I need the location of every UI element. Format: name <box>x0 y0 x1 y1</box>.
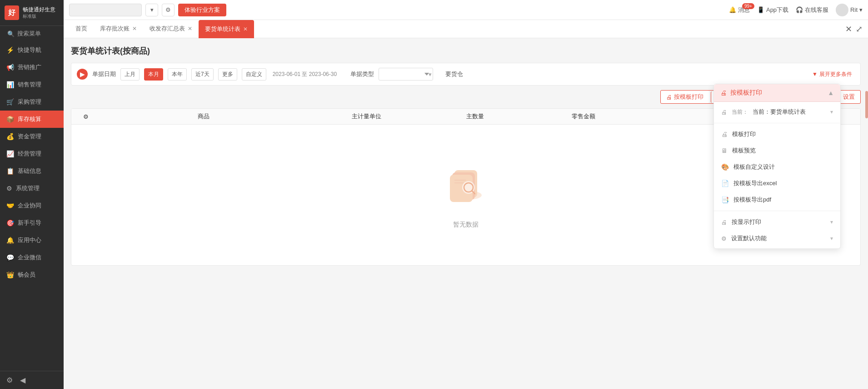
search-menu[interactable]: 🔍 搜索菜单 <box>0 26 64 41</box>
search-icon: 🔍 <box>7 30 15 37</box>
trial-btn[interactable]: 体验行业方案 <box>178 4 226 16</box>
sidebar-item-inventory[interactable]: 📦 库存核算 <box>0 111 64 128</box>
sidebar-item-label: 采购管理 <box>18 98 41 106</box>
col-retail-amount: 零售金额 <box>529 112 638 121</box>
sales-icon: 📊 <box>6 81 14 88</box>
sidebar-item-collab[interactable]: 🤝 企业协同 <box>0 197 64 214</box>
default-func-btn[interactable]: ⚙ 设置默认功能 ▾ <box>714 230 840 247</box>
sidebar-item-label: 系统管理 <box>16 184 40 192</box>
col-goods: 商品 <box>95 112 312 121</box>
app-download-btn[interactable]: 📱 App下载 <box>757 6 788 14</box>
warehouse-filter-label: 要货仓 <box>445 70 463 78</box>
print-dropdown-close-btn[interactable]: ▲ <box>828 89 834 96</box>
tab-order-stats[interactable]: 要货单统计表 ✕ <box>199 20 254 38</box>
print-current-template-btn[interactable]: 🖨 当前： 当前：要货单统计表 ▾ <box>714 104 840 120</box>
current-template-arrow: ▾ <box>830 109 833 115</box>
print-template-btn[interactable]: 🖨 按模板打印 <box>661 91 709 103</box>
date-btn-this-month[interactable]: 本月 <box>144 68 163 81</box>
date-btn-custom[interactable]: 自定义 <box>242 68 266 81</box>
app-name: 畅捷通好生意 <box>23 6 55 14</box>
inventory-icon: 📦 <box>6 116 14 123</box>
print-header-icon: 🖨 <box>720 89 727 96</box>
template-design-icon: 🎨 <box>721 163 729 171</box>
template-export-excel-btn[interactable]: 📄 按模板导出excel <box>714 175 840 192</box>
date-btn-last-month[interactable]: 上月 <box>120 68 140 81</box>
topbar-right: 🔔 消息 99+ 📱 App下载 🎧 在线客服 Rit ▾ <box>729 4 863 16</box>
date-btn-7days[interactable]: 近7天 <box>191 68 214 81</box>
sidebar-item-member[interactable]: 👑 畅会员 <box>0 266 64 283</box>
template-design-btn[interactable]: 🎨 模板自定义设计 <box>714 159 840 175</box>
filter-toggle-btn[interactable]: ▶ <box>77 69 88 80</box>
default-func-icon: ⚙ <box>721 235 727 242</box>
guide-icon: 🎯 <box>6 219 14 227</box>
right-scrollbar[interactable] <box>865 91 868 118</box>
sidebar-item-marketing[interactable]: 📢 营销推广 <box>0 59 64 76</box>
sidebar-item-label: 畅会员 <box>18 271 35 279</box>
sidebar-item-basic[interactable]: 📋 基础信息 <box>0 162 64 180</box>
sidebar-item-wechat[interactable]: 💬 企业微信 <box>0 249 64 266</box>
tab-close-all-btn[interactable]: ✕ <box>845 24 852 34</box>
tab-maximize-btn[interactable]: ⤢ <box>856 24 863 34</box>
quick-nav-icon: ⚡ <box>6 46 14 54</box>
template-print-icon: 🖨 <box>721 131 728 138</box>
display-print-btn[interactable]: 🖨 按显示打印 ▾ <box>714 214 840 230</box>
app-name-block: 畅捷通好生意 标准版 <box>23 6 55 20</box>
tab-receipt-summary[interactable]: 收发存汇总表 ✕ <box>143 20 199 38</box>
sidebar-item-label: 快捷导航 <box>18 46 41 54</box>
template-export-pdf-btn[interactable]: 📑 按模板导出pdf <box>714 192 840 208</box>
sidebar-item-label: 经营管理 <box>18 150 41 158</box>
sidebar: 好 畅捷通好生意 标准版 🔍 搜索菜单 ⚡ 快捷导航 📢 营销推广 📊 销售管理… <box>0 0 64 389</box>
expand-filter-btn[interactable]: ▼ 展开更多条件 <box>809 70 855 79</box>
template-print-btn[interactable]: 🖨 模板打印 <box>714 126 840 142</box>
topbar-dropdown-btn[interactable]: ▾ <box>145 4 158 16</box>
sidebar-item-guide[interactable]: 🎯 新手引导 <box>0 214 64 232</box>
display-print-icon: 🖨 <box>721 219 727 226</box>
tabs-bar: 首页 库存批次账 ✕ 收发存汇总表 ✕ 要货单统计表 ✕ ✕ ⤢ <box>64 20 868 38</box>
sidebar-item-system[interactable]: ⚙ 系统管理 <box>0 180 64 197</box>
type-filter-label: 单据类型 <box>350 70 374 78</box>
app-version: 标准版 <box>23 13 55 20</box>
sidebar-collapse-btn[interactable]: ◀ <box>20 376 25 384</box>
appstore-icon: 🔔 <box>6 237 14 244</box>
notifications-btn[interactable]: 🔔 消息 99+ <box>729 6 750 14</box>
main-area: ▾ ⚙ 体验行业方案 🔔 消息 99+ 📱 App下载 🎧 在线客服 Rit ▾ <box>64 0 868 389</box>
tab-receipt-summary-label: 收发存汇总表 <box>150 25 185 33</box>
expand-label: 展开更多条件 <box>819 71 852 78</box>
topbar-search-input[interactable] <box>69 4 142 16</box>
tab-batch-account[interactable]: 库存批次账 ✕ <box>94 20 143 38</box>
purchase-icon: 🛒 <box>6 98 14 106</box>
sidebar-item-quick-nav[interactable]: ⚡ 快捷导航 <box>0 41 64 59</box>
tab-receipt-summary-close[interactable]: ✕ <box>188 25 192 32</box>
divider-2 <box>714 211 840 211</box>
empty-illustration <box>443 161 489 207</box>
sidebar-item-purchase[interactable]: 🛒 采购管理 <box>0 93 64 111</box>
sidebar-item-appstore[interactable]: 🔔 应用中心 <box>0 232 64 249</box>
user-menu-btn[interactable]: Rit ▾ <box>836 4 863 16</box>
sidebar-item-label: 库存核算 <box>18 115 41 123</box>
headset-icon: 🎧 <box>796 6 803 13</box>
print-label: 按模板打印 <box>674 93 703 101</box>
col-quantity: 主数量 <box>421 112 529 121</box>
tab-batch-account-label: 库存批次账 <box>100 25 130 33</box>
tab-batch-account-close[interactable]: ✕ <box>132 25 137 32</box>
sidebar-settings-btn[interactable]: ⚙ <box>6 376 13 384</box>
sidebar-item-finance[interactable]: 💰 资金管理 <box>0 128 64 145</box>
template-preview-btn[interactable]: 🖥 模板预览 <box>714 142 840 159</box>
sidebar-item-label: 销售管理 <box>18 81 41 89</box>
type-filter-select[interactable] <box>379 68 433 81</box>
sidebar-item-sales[interactable]: 📊 销售管理 <box>0 76 64 93</box>
sidebar-item-label: 营销推广 <box>18 63 41 71</box>
col-settings[interactable]: ⚙ <box>77 113 95 120</box>
print-dropdown-current-section: 🖨 当前： 当前：要货单统计表 ▾ <box>714 102 840 122</box>
tab-order-stats-close[interactable]: ✕ <box>243 26 248 32</box>
date-btn-this-year[interactable]: 本年 <box>168 68 187 81</box>
tab-order-stats-label: 要货单统计表 <box>205 25 240 33</box>
online-support-btn[interactable]: 🎧 在线客服 <box>796 6 828 14</box>
sidebar-item-operations[interactable]: 📈 经营管理 <box>0 145 64 162</box>
topbar-gear-btn[interactable]: ⚙ <box>162 4 175 16</box>
tab-home[interactable]: 首页 <box>69 20 94 38</box>
wechat-icon: 💬 <box>6 254 14 261</box>
template-design-label: 模板自定义设计 <box>733 163 775 171</box>
current-template-icon: 🖨 <box>721 109 727 116</box>
date-btn-more[interactable]: 更多 <box>218 68 237 81</box>
